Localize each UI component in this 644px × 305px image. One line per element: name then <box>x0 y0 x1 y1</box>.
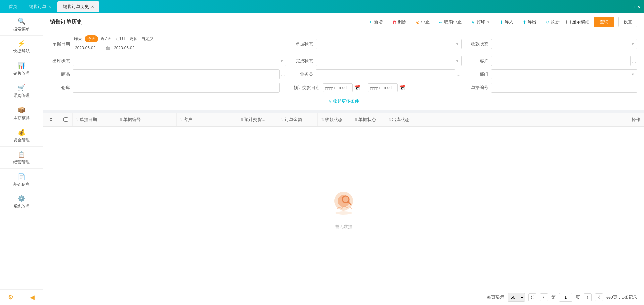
delivery-from-calendar-icon[interactable]: 📅 <box>354 85 360 91</box>
window-close-icon[interactable]: ✕ <box>637 4 641 9</box>
customer-ellipsis-btn[interactable]: ... <box>631 58 637 64</box>
filter-row-3: 商品 ... 业务员 ... 部门 <box>50 69 637 79</box>
sidebar-item-sys-mgmt[interactable]: ⚙️ 系统管理 <box>0 191 43 213</box>
sidebar-item-sales-mgmt[interactable]: 📊 销售管理 <box>0 58 43 80</box>
date-3days-btn[interactable]: 今天 <box>85 35 98 42</box>
import-icon: ⬇ <box>500 20 503 25</box>
sidebar-item-label: 搜索菜单 <box>13 26 30 32</box>
date-from-input[interactable] <box>73 44 104 52</box>
page-last-btn[interactable]: ⟩⟩ <box>595 293 603 301</box>
sys-mgmt-icon: ⚙️ <box>18 195 25 202</box>
salesperson-ellipsis-btn[interactable]: ... <box>455 72 462 77</box>
import-button[interactable]: ⬇ 导入 <box>497 17 516 26</box>
date-more-btn[interactable]: 更多 <box>128 35 139 42</box>
order-status-control: ▼ <box>316 39 462 49</box>
sidebar-settings-btn[interactable]: ⚙ <box>8 294 13 301</box>
export-button[interactable]: ⬆ 导出 <box>520 17 539 26</box>
sidebar-item-fund-mgmt[interactable]: 💰 资金管理 <box>0 124 43 147</box>
refresh-button[interactable]: ↺ 刷新 <box>543 17 562 26</box>
setting-button[interactable]: 设置 <box>618 17 637 27</box>
sidebar-item-inventory[interactable]: 📦 库存核算 <box>0 102 43 124</box>
refresh-icon: ↺ <box>546 20 550 25</box>
empty-state: 暂无数据 <box>43 127 644 289</box>
th-stock-status[interactable]: ⇅ 出库状态 <box>385 113 425 126</box>
date-yesterday-btn[interactable]: 昨天 <box>73 35 83 42</box>
salesperson-input[interactable] <box>316 69 455 79</box>
window-minimize[interactable]: — <box>625 4 629 9</box>
tab-sales-order-history-close[interactable]: ✕ <box>91 5 94 9</box>
window-maximize[interactable]: □ <box>632 4 634 9</box>
product-input[interactable] <box>73 69 280 79</box>
delete-button[interactable]: 🗑 删除 <box>389 17 409 26</box>
sort-icon: ⇅ <box>241 118 243 121</box>
tab-sales-order-history[interactable]: 销售订单历史 ✕ <box>57 1 99 12</box>
display-cols-cb-input[interactable] <box>566 20 571 24</box>
warehouse-input[interactable] <box>73 83 280 93</box>
filter-customer: 客户 ... <box>468 56 637 66</box>
cancel-stop-button[interactable]: ↩ 取消中止 <box>436 17 464 26</box>
date-custom-btn[interactable]: 自定义 <box>140 35 155 42</box>
th-order-status[interactable]: ⇅ 单据状态 <box>351 113 385 126</box>
sidebar-collapse-btn[interactable]: ◀ <box>30 294 35 301</box>
th-settings[interactable]: ⚙ <box>43 113 59 126</box>
order-no-input[interactable] <box>491 83 637 93</box>
th-payment-status[interactable]: ⇅ 收款状态 <box>318 113 351 126</box>
sidebar-item-ops-mgmt[interactable]: 📋 经营管理 <box>0 147 43 169</box>
th-amount[interactable]: ⇅ 订单金额 <box>277 113 318 126</box>
filter-delivery-date: 预计交货日期 📅 — 📅 <box>293 83 462 92</box>
th-delivery[interactable]: ⇅ 预计交货... <box>237 113 277 126</box>
payment-status-select[interactable] <box>491 39 637 49</box>
th-order-no[interactable]: ⇅ 单据编号 <box>116 113 177 126</box>
th-customer[interactable]: ⇅ 客户 <box>177 113 237 126</box>
warehouse-ellipsis-btn[interactable]: ... <box>280 85 286 90</box>
delivery-date-label: 预计交货日期 <box>293 85 320 91</box>
page-first-btn[interactable]: ⟨⟨ <box>528 293 536 301</box>
settings-gear-icon[interactable]: ⚙ <box>49 117 53 122</box>
date-7days-btn[interactable]: 近7天 <box>99 35 113 42</box>
sidebar-item-quick-nav[interactable]: ⚡ 快捷导航 <box>0 36 43 58</box>
date-1month-btn[interactable]: 近1月 <box>114 35 127 42</box>
sidebar-item-purchase-mgmt[interactable]: 🛒 采购管理 <box>0 80 43 102</box>
page-size-select[interactable]: 50 10 20 100 <box>508 293 525 302</box>
sidebar-item-label: 库存核算 <box>13 115 30 121</box>
delivery-to-input[interactable] <box>368 83 398 92</box>
th-date[interactable]: ⇅ 单据日期 <box>73 113 116 126</box>
print-button[interactable]: 🖨 打印 ▼ <box>468 17 493 26</box>
delivery-from-input[interactable] <box>323 83 353 92</box>
page-input[interactable] <box>559 293 572 302</box>
page-prev-btn[interactable]: ⟨ <box>540 293 548 301</box>
date-to-input[interactable] <box>112 44 143 52</box>
sidebar-item-basic-info[interactable]: 📄 基础信息 <box>0 169 43 191</box>
table-wrapper: ⚙ ⇅ 单据日期 ⇅ 单据编号 ⇅ 客户 ⇅ <box>43 113 644 289</box>
product-control: ... <box>73 69 286 79</box>
new-button[interactable]: ＋ 新增 <box>366 17 385 26</box>
display-cols-checkbox[interactable]: 显示碍细 <box>566 19 590 25</box>
th-action: 操作 <box>425 113 644 126</box>
filter-area: 单据日期 昨天 今天 近7天 近1月 更多 自定义 至 <box>43 31 644 110</box>
page-next-btn[interactable]: ⟩ <box>584 293 592 301</box>
select-all-checkbox[interactable] <box>63 117 68 122</box>
sidebar-item-search-menu[interactable]: 🔍 搜索菜单 <box>0 13 43 36</box>
delivery-to-calendar-icon[interactable]: 📅 <box>399 85 405 91</box>
tab-home[interactable]: 首页 <box>3 1 23 12</box>
product-ellipsis-btn[interactable]: ... <box>280 72 286 77</box>
query-button[interactable]: 查询 <box>594 17 614 27</box>
tab-sales-order[interactable]: 销售订单 ✕ <box>24 1 57 12</box>
dept-select[interactable] <box>491 69 637 79</box>
tab-sales-order-close[interactable]: ✕ <box>48 5 51 9</box>
stop-button[interactable]: ⊘ 中止 <box>413 17 432 26</box>
filter-row-4: 仓库 ... 预计交货日期 📅 — 📅 <box>50 83 637 93</box>
dept-control: ▼ <box>491 69 637 79</box>
filter-stock-out: 出库状态 ▼ <box>50 56 286 66</box>
basic-info-icon: 📄 <box>18 173 25 180</box>
complete-status-select[interactable] <box>316 56 462 66</box>
page-title-row: 销售订单历史 ＋ 新增 🗑 删除 ⊘ 中止 ↩ <box>50 17 637 27</box>
collapse-conditions-btn[interactable]: ∧ 收起更多条件 <box>50 96 637 106</box>
th-checkbox[interactable] <box>59 113 73 126</box>
filter-date: 单据日期 昨天 今天 近7天 近1月 更多 自定义 至 <box>50 35 286 52</box>
stock-out-select[interactable] <box>73 56 286 66</box>
customer-input[interactable] <box>491 56 631 66</box>
payment-status-control: ▼ <box>491 39 637 49</box>
complete-status-control: ▼ <box>316 56 462 66</box>
order-status-select[interactable] <box>316 39 462 49</box>
